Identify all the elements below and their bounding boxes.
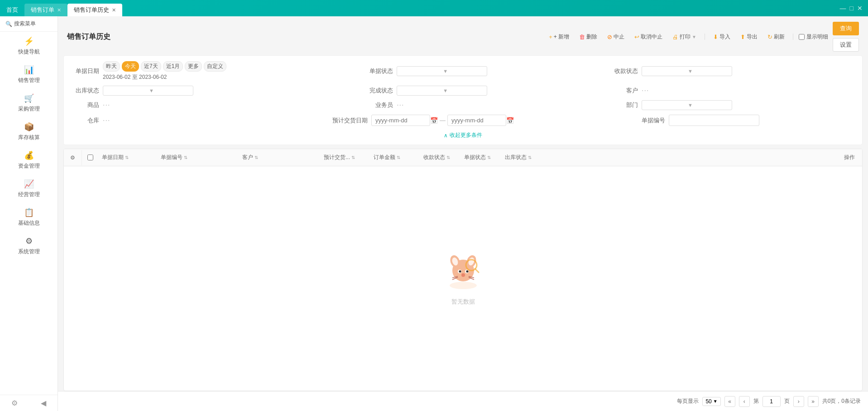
show-detail-checkbox[interactable]: 显示明细 — [799, 33, 828, 41]
customer-picker[interactable]: ··· — [642, 87, 649, 95]
delivery-date-to-input[interactable] — [447, 115, 506, 126]
prev-page-btn[interactable]: ‹ — [739, 396, 750, 407]
print-label: 打印 — [680, 33, 691, 41]
th-check[interactable] — [82, 150, 98, 165]
import-label: 导入 — [719, 33, 730, 41]
tab-sales-history-close[interactable]: ✕ — [112, 7, 116, 13]
query-btn[interactable]: 查询 — [833, 22, 859, 35]
print-btn[interactable]: 🖨 打印 ▼ — [670, 31, 699, 43]
sidebar-item-label: 库存核算 — [18, 134, 40, 141]
sidebar-item-label: 销售管理 — [18, 77, 40, 84]
tab-home-label: 首页 — [6, 6, 18, 14]
sidebar-item-quick-nav[interactable]: ⚡ 快捷导航 — [0, 32, 58, 60]
payment-status-select[interactable]: ▼ — [642, 66, 732, 76]
export-btn[interactable]: ⬆ 导出 — [738, 31, 760, 43]
main-content: 销售订单历史 + + 新增 🗑 删除 ⊘ 中止 ↩ 取消中止 — [58, 16, 868, 411]
sort-number-icon[interactable]: ⇅ — [184, 155, 187, 160]
gear-icon: ⚙ — [70, 155, 75, 161]
warehouse-picker[interactable]: ··· — [103, 116, 110, 125]
th-date: 单据日期 ⇅ — [98, 149, 157, 166]
minimize-btn[interactable]: — — [840, 5, 846, 12]
stop-btn[interactable]: ⊘ 中止 — [604, 31, 627, 43]
complete-status-select[interactable]: ▼ — [397, 86, 487, 96]
sort-amount-icon[interactable]: ⇅ — [397, 155, 400, 160]
th-bill-status: 单据状态 ⇅ — [460, 149, 501, 166]
page-header: 销售订单历史 + + 新增 🗑 删除 ⊘ 中止 ↩ 取消中止 — [58, 16, 868, 55]
window-controls: — □ ✕ — [840, 5, 868, 12]
sort-delivery-icon[interactable]: ⇅ — [351, 155, 355, 160]
salesperson-label: 业务员 — [365, 101, 397, 109]
cal-from-icon[interactable]: 📅 — [430, 117, 438, 124]
date-btn-yesterday[interactable]: 昨天 — [103, 61, 120, 72]
date-btn-more[interactable]: 更多 — [185, 61, 202, 72]
date-btn-1month[interactable]: 近1月 — [163, 61, 183, 72]
sidebar-collapse-icon[interactable]: ◀ — [41, 399, 46, 407]
filter-goods-col: 商品 ··· — [71, 101, 365, 109]
th-amount-label: 订单金额 — [374, 154, 395, 161]
sidebar-search[interactable]: 🔍 搜索菜单 — [0, 16, 58, 32]
close-btn[interactable]: ✕ — [857, 5, 863, 12]
sidebar-item-label: 快捷导航 — [18, 48, 40, 56]
last-page-btn[interactable]: » — [808, 396, 819, 407]
delete-icon: 🗑 — [579, 34, 585, 40]
data-table: ⚙ 单据日期 ⇅ 单据编号 ⇅ 客户 ⇅ 预计交货... — [63, 149, 863, 391]
delivery-date-from-input[interactable] — [371, 115, 430, 126]
page-input[interactable] — [762, 396, 781, 407]
date-buttons: 昨天 今天 近7天 近1月 更多 自定义 — [103, 61, 226, 72]
out-status-select[interactable]: ▼ — [103, 86, 193, 96]
tab-home[interactable]: 首页 — [0, 4, 24, 16]
empty-state: 暂无数据 — [441, 251, 486, 306]
divider-1 — [705, 34, 705, 40]
goods-picker[interactable]: ··· — [103, 101, 110, 109]
sort-out-status-icon[interactable]: ⇅ — [528, 155, 532, 160]
sidebar-item-purchase-mgmt[interactable]: 🛒 采购管理 — [0, 89, 58, 117]
tab-sales-history[interactable]: 销售订单历史 ✕ — [67, 4, 122, 16]
new-btn[interactable]: + + 新增 — [546, 31, 572, 43]
delete-btn[interactable]: 🗑 删除 — [576, 31, 600, 43]
restore-btn[interactable]: □ — [850, 5, 854, 12]
filter-customer-col: 客户 ··· — [610, 87, 855, 95]
sidebar-item-sales-mgmt[interactable]: 📊 销售管理 — [0, 60, 58, 89]
th-pay-status-label: 收款状态 — [423, 154, 445, 161]
svg-point-8 — [459, 270, 461, 272]
setting-btn[interactable]: 设置 — [833, 38, 859, 52]
sidebar-item-operations[interactable]: 📈 经营管理 — [0, 174, 58, 203]
sidebar-item-basic-info[interactable]: 📋 基础信息 — [0, 203, 58, 232]
sort-pay-status-icon[interactable]: ⇅ — [446, 155, 450, 160]
show-detail-label: 显示明细 — [806, 33, 828, 41]
date-btn-7days[interactable]: 近7天 — [141, 61, 161, 72]
sort-customer-icon[interactable]: ⇅ — [254, 155, 258, 160]
sidebar-item-finance[interactable]: 💰 资金管理 — [0, 146, 58, 174]
out-status-arrow-icon: ▼ — [149, 88, 189, 93]
import-btn[interactable]: ⬇ 导入 — [710, 31, 733, 43]
bill-status-select[interactable]: ▼ — [397, 66, 487, 76]
bill-status-arrow-icon: ▼ — [443, 68, 483, 74]
th-number: 单据编号 ⇅ — [157, 149, 239, 166]
first-page-btn[interactable]: « — [724, 396, 735, 407]
th-gear[interactable]: ⚙ — [64, 150, 82, 165]
export-icon: ⬆ — [740, 34, 745, 40]
select-all-checkbox[interactable] — [87, 155, 93, 160]
sidebar-item-sys-mgmt[interactable]: ⚙ 系统管理 — [0, 232, 58, 260]
sidebar-item-label: 采购管理 — [18, 105, 40, 113]
sort-bill-status-icon[interactable]: ⇅ — [487, 155, 491, 160]
bill-number-input[interactable] — [669, 115, 759, 126]
date-btn-custom[interactable]: 自定义 — [204, 61, 226, 72]
complete-status-label: 完成状态 — [365, 87, 397, 95]
new-label: + 新增 — [554, 33, 569, 41]
tab-sales-order[interactable]: 销售订单 ✕ — [24, 4, 67, 16]
cal-to-icon[interactable]: 📅 — [506, 117, 514, 124]
sort-date-icon[interactable]: ⇅ — [125, 155, 129, 160]
dept-select[interactable]: ▼ — [642, 100, 732, 110]
date-btn-today[interactable]: 今天 — [122, 61, 139, 72]
collapse-btn[interactable]: ∧ 收起更多条件 — [444, 131, 482, 139]
sidebar-settings-icon[interactable]: ⚙ — [11, 399, 18, 407]
sidebar-item-inventory[interactable]: 📦 库存核算 — [0, 117, 58, 146]
next-page-btn[interactable]: › — [793, 396, 804, 407]
salesperson-picker[interactable]: ··· — [397, 101, 404, 109]
page-size-select[interactable]: 50 ▼ — [702, 397, 720, 406]
cancel-stop-btn[interactable]: ↩ 取消中止 — [632, 31, 665, 43]
refresh-btn[interactable]: ↻ 刷新 — [765, 31, 787, 43]
tab-sales-order-close[interactable]: ✕ — [57, 7, 61, 13]
show-detail-input[interactable] — [799, 34, 805, 40]
